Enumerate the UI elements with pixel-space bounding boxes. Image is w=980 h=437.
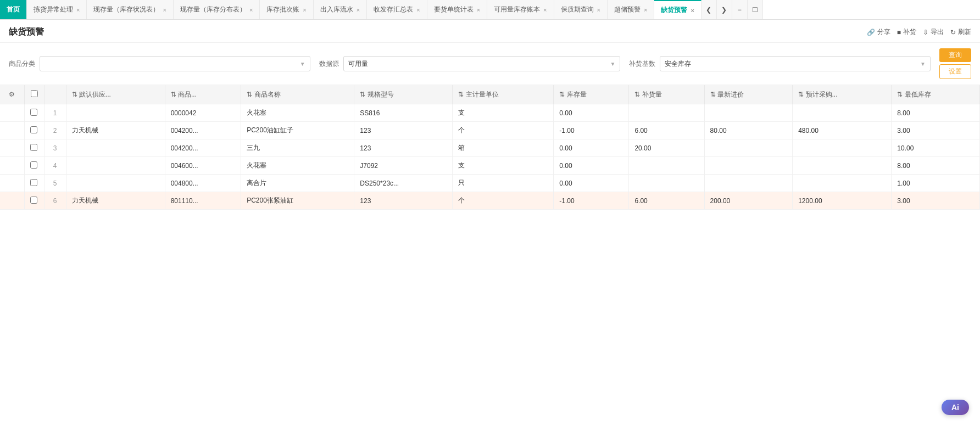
tab-nav-prev[interactable]: ❮ bbox=[701, 0, 717, 19]
datasource-label: 数据源 bbox=[319, 59, 339, 69]
row-unit-cell: 个 bbox=[453, 192, 554, 210]
row-latest-price-cell bbox=[704, 175, 793, 192]
export-icon: ⇩ bbox=[923, 29, 928, 36]
row-latest-price-cell: 200.00 bbox=[704, 192, 793, 210]
sort-icon: ⇅ bbox=[360, 91, 365, 98]
col-latest-price: ⇅ 最新进价 bbox=[704, 85, 793, 104]
export-button[interactable]: ⇩ 导出 bbox=[923, 27, 944, 37]
table-body: 10000042火花塞SS816支0.008.002力天机械004200...P… bbox=[0, 104, 980, 210]
tab-home[interactable]: 首页 bbox=[0, 0, 27, 19]
row-stock-cell: 0.00 bbox=[554, 104, 629, 122]
row-spec-cell: SS816 bbox=[354, 104, 453, 122]
row-check-cell[interactable] bbox=[24, 104, 44, 122]
row-checkbox[interactable] bbox=[30, 179, 37, 186]
row-num-cell: 4 bbox=[44, 157, 66, 175]
page-title: 缺货预警 bbox=[9, 26, 44, 38]
tab-inventory-dist[interactable]: 现存量（库存分布表） × bbox=[174, 0, 260, 19]
tab-batch-account-close[interactable]: × bbox=[303, 7, 306, 13]
row-checkbox[interactable] bbox=[30, 197, 37, 204]
row-supplier-cell bbox=[66, 104, 165, 122]
tab-inout-flow-close[interactable]: × bbox=[357, 7, 360, 13]
sort-icon: ⇅ bbox=[897, 91, 903, 98]
tab-nav-next[interactable]: ❯ bbox=[717, 0, 732, 19]
tab-expiry[interactable]: 保质期查询 × bbox=[554, 0, 608, 19]
page-header: 缺货预警 🔗 分享 ■ 补货 ⇩ 导出 ↻ 刷新 bbox=[0, 20, 980, 43]
row-unit-cell: 只 bbox=[453, 175, 554, 192]
sort-icon: ⇅ bbox=[798, 91, 804, 98]
tab-available-ledger-close[interactable]: × bbox=[543, 7, 547, 13]
row-spec-cell: 123 bbox=[354, 139, 453, 157]
row-gear-cell bbox=[0, 175, 24, 192]
query-button[interactable]: 查询 bbox=[939, 48, 971, 62]
tab-minimize[interactable]: − bbox=[732, 0, 748, 19]
sort-icon: ⇅ bbox=[634, 91, 640, 98]
tab-maximize[interactable]: ☐ bbox=[748, 0, 763, 19]
sort-icon: ⇅ bbox=[72, 91, 77, 98]
row-check-cell[interactable] bbox=[24, 139, 44, 157]
refresh-button[interactable]: ↻ 刷新 bbox=[950, 27, 971, 37]
row-est-purchase-cell bbox=[793, 139, 892, 157]
row-checkbox[interactable] bbox=[30, 161, 37, 169]
tab-order-stat-close[interactable]: × bbox=[477, 7, 480, 13]
tab-collect-send[interactable]: 收发存汇总表 × bbox=[367, 0, 427, 19]
row-stock-cell: -1.00 bbox=[554, 192, 629, 210]
tab-overstock[interactable]: 超储预警 × bbox=[608, 0, 654, 19]
row-replenish-qty-cell bbox=[629, 175, 704, 192]
ai-button[interactable]: Ai bbox=[942, 400, 969, 415]
replenish-select[interactable]: 安全库存 ▼ bbox=[660, 56, 931, 71]
tab-inout-flow[interactable]: 出入库流水 × bbox=[314, 0, 367, 19]
row-spec-cell: 123 bbox=[354, 192, 453, 210]
row-checkbox[interactable] bbox=[30, 109, 37, 116]
tab-inventory-status[interactable]: 现存量（库存状况表） × bbox=[87, 0, 173, 19]
header-actions: 🔗 分享 ■ 补货 ⇩ 导出 ↻ 刷新 bbox=[867, 27, 971, 37]
col-product-code: ⇅ 商品... bbox=[165, 85, 241, 104]
replenish-button[interactable]: ■ 补货 bbox=[897, 27, 916, 37]
gear-icon[interactable]: ⚙ bbox=[7, 89, 17, 99]
tab-shortage-label: 缺货预警 bbox=[661, 5, 687, 15]
row-check-cell[interactable] bbox=[24, 157, 44, 175]
table-row: 6力天机械801110...PC200张紧油缸123个-1.006.00200.… bbox=[0, 192, 980, 210]
share-button[interactable]: 🔗 分享 bbox=[867, 27, 890, 37]
row-spec-cell: DS250*23c... bbox=[354, 175, 453, 192]
tab-overstock-close[interactable]: × bbox=[644, 7, 647, 13]
tab-expiry-label: 保质期查询 bbox=[561, 5, 594, 14]
refresh-icon: ↻ bbox=[950, 29, 956, 36]
row-est-purchase-cell: 1200.00 bbox=[793, 192, 892, 210]
replenish-filter: 补货基数 安全库存 ▼ bbox=[629, 56, 931, 71]
tab-expiry-close[interactable]: × bbox=[597, 7, 600, 13]
tab-abnormal-close[interactable]: × bbox=[76, 7, 80, 13]
tab-inventory-dist-close[interactable]: × bbox=[249, 7, 253, 13]
tab-collect-send-close[interactable]: × bbox=[416, 7, 420, 13]
table-header-row: ⚙ ⇅ 默认供应... ⇅ 商品... ⇅ bbox=[0, 85, 980, 104]
tab-available-ledger[interactable]: 可用量库存账本 × bbox=[487, 0, 554, 19]
row-check-cell[interactable] bbox=[24, 175, 44, 192]
settings-button[interactable]: 设置 bbox=[939, 64, 971, 79]
row-check-cell[interactable] bbox=[24, 192, 44, 210]
tab-abnormal[interactable]: 拣货异常处理 × bbox=[27, 0, 87, 19]
tab-batch-account[interactable]: 库存批次账 × bbox=[260, 0, 313, 19]
row-replenish-qty-cell: 6.00 bbox=[629, 192, 704, 210]
row-check-cell[interactable] bbox=[24, 122, 44, 139]
row-est-purchase-cell bbox=[793, 104, 892, 122]
row-gear-cell bbox=[0, 104, 24, 122]
main-content: 缺货预警 🔗 分享 ■ 补货 ⇩ 导出 ↻ 刷新 商品分类 bbox=[0, 20, 980, 437]
tab-order-stat[interactable]: 要货单统计表 × bbox=[427, 0, 487, 19]
tab-shortage[interactable]: 缺货预警 × bbox=[654, 0, 701, 19]
datasource-select[interactable]: 可用量 ▼ bbox=[343, 56, 621, 71]
row-replenish-qty-cell: 6.00 bbox=[629, 122, 704, 139]
select-all-checkbox[interactable] bbox=[31, 90, 38, 97]
row-product-code-cell: 801110... bbox=[165, 192, 241, 210]
row-replenish-qty-cell: 20.00 bbox=[629, 139, 704, 157]
category-select[interactable]: ▼ bbox=[40, 56, 310, 71]
row-checkbox[interactable] bbox=[30, 144, 37, 151]
row-checkbox[interactable] bbox=[30, 126, 37, 133]
tab-home-label: 首页 bbox=[7, 5, 20, 14]
row-product-name-cell: 离合片 bbox=[241, 175, 354, 192]
tab-shortage-close[interactable]: × bbox=[691, 7, 694, 14]
col-est-purchase: ⇅ 预计采购... bbox=[793, 85, 892, 104]
tab-bar: 首页 拣货异常处理 × 现存量（库存状况表） × 现存量（库存分布表） × 库存… bbox=[0, 0, 980, 20]
replenish-label: 补货基数 bbox=[629, 59, 655, 69]
row-stock-cell: 0.00 bbox=[554, 157, 629, 175]
tab-order-stat-label: 要货单统计表 bbox=[434, 5, 474, 14]
tab-inventory-status-close[interactable]: × bbox=[163, 7, 166, 13]
